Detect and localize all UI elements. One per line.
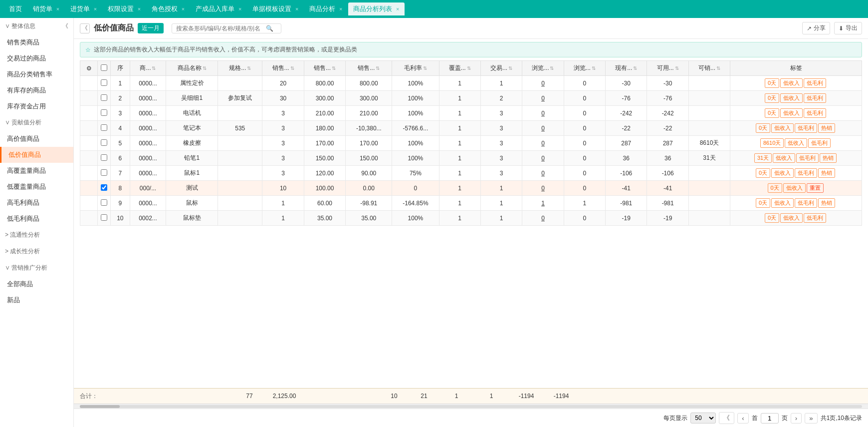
sidebar-group-growth[interactable]: > 成长性分析 (0, 243, 73, 260)
cell-checkbox (98, 106, 111, 121)
nav-purchase-order[interactable]: 进货单 × (65, 2, 102, 15)
row-checkbox[interactable] (101, 124, 107, 131)
cell-views1[interactable]: 0 (522, 76, 564, 91)
views-link[interactable]: 0 (541, 125, 545, 132)
nav-product-storage[interactable]: 产成品入库单 × (191, 2, 246, 15)
first-page-button[interactable]: 《 (719, 412, 734, 424)
cell-views1[interactable]: 0 (522, 166, 564, 181)
views-link[interactable]: 1 (541, 200, 545, 207)
close-icon[interactable]: × (94, 6, 97, 12)
views-link[interactable]: 0 (541, 110, 545, 117)
close-icon[interactable]: × (138, 6, 141, 12)
col-coverage[interactable]: 覆盖...⇅ (439, 61, 480, 76)
col-views2[interactable]: 浏览...⇅ (564, 61, 605, 76)
page-number-input[interactable] (761, 413, 779, 424)
close-icon[interactable]: × (295, 6, 298, 12)
sidebar-collapse-button[interactable]: 《 (80, 23, 90, 33)
select-all-checkbox[interactable] (101, 64, 107, 71)
share-button[interactable]: ↗ 分享 (802, 22, 830, 34)
col-views1[interactable]: 浏览...⇅ (522, 61, 564, 76)
col-transactions[interactable]: 交易...⇅ (480, 61, 522, 76)
col-code[interactable]: 商...⇅ (130, 61, 166, 76)
close-icon[interactable]: × (238, 6, 241, 12)
nav-sales-order[interactable]: 销货单 × (28, 2, 64, 15)
col-available[interactable]: 可用...⇅ (647, 61, 688, 76)
row-checkbox[interactable] (101, 79, 107, 86)
sidebar-item-high-coverage[interactable]: 高覆盖量商品 (0, 163, 73, 179)
nav-roles[interactable]: 角色授权 × (147, 2, 190, 15)
sidebar-item-high-value[interactable]: 高价值商品 (0, 131, 73, 147)
nav-template-settings[interactable]: 单据模板设置 × (247, 2, 303, 15)
sidebar-item-high-margin[interactable]: 高毛利商品 (0, 195, 73, 211)
cell-current-stock: 36 (606, 151, 647, 166)
sidebar-item-new-products[interactable]: 新品 (0, 292, 73, 308)
col-settings[interactable]: ⚙ (80, 61, 98, 76)
row-checkbox[interactable] (101, 169, 107, 176)
last-page-button[interactable]: » (805, 413, 817, 424)
close-icon[interactable]: × (339, 6, 342, 12)
sidebar-item-low-margin[interactable]: 低毛利商品 (0, 211, 73, 227)
row-checkbox[interactable] (101, 154, 107, 161)
sidebar-group-overall[interactable]: ∨ 整体信息 《 (0, 18, 73, 34)
close-icon[interactable]: × (396, 6, 399, 12)
cell-views1[interactable]: 0 (522, 136, 564, 151)
sidebar-group-circulation[interactable]: > 流通性分析 (0, 227, 73, 243)
next-page-button[interactable]: › (791, 413, 802, 424)
nav-home[interactable]: 首页 (4, 2, 27, 15)
views-link[interactable]: 0 (541, 140, 545, 147)
filter-tag-month[interactable]: 近一月 (138, 23, 164, 33)
views-link[interactable]: 0 (541, 185, 545, 192)
horizontal-scrollbar[interactable] (74, 404, 868, 409)
row-checkbox[interactable] (101, 184, 107, 191)
sidebar-group-contribution[interactable]: ∨ 贡献值分析 (0, 114, 73, 131)
sidebar-item-low-value[interactable]: 低价值商品 (0, 147, 73, 163)
prev-page-button[interactable]: ‹ (737, 413, 748, 424)
cell-views1[interactable]: 0 (522, 181, 564, 196)
cell-views1[interactable]: 0 (522, 91, 564, 106)
sidebar-item-sales-products[interactable]: 销售类商品 (0, 34, 73, 50)
table-header-row: ⚙ 序 商...⇅ 商品名称⇅ 规格...⇅ 销售...⇅ 销售...⇅ 销售.… (80, 61, 862, 76)
sidebar-item-stock-capital[interactable]: 库存资金占用 (0, 98, 73, 114)
per-page-select[interactable]: 50 100 200 (690, 413, 716, 424)
export-button[interactable]: ⬇ 导出 (834, 22, 862, 34)
scrollbar-thumb[interactable] (80, 405, 120, 408)
cell-views1[interactable]: 0 (522, 211, 564, 226)
nav-permissions[interactable]: 权限设置 × (103, 2, 146, 15)
sidebar-item-low-coverage[interactable]: 低覆盖量商品 (0, 179, 73, 195)
col-spec[interactable]: 规格...⇅ (218, 61, 262, 76)
cell-margin: 0 (392, 181, 439, 196)
table-row: 5 0000... 橡皮擦 3 170.00 170.00 100% 1 3 0… (80, 136, 862, 151)
cell-views1[interactable]: 0 (522, 121, 564, 136)
sidebar-item-stocked-products[interactable]: 有库存的商品 (0, 82, 73, 98)
col-saleable[interactable]: 可销...⇅ (688, 61, 730, 76)
sidebar-group-marketing[interactable]: ∨ 营销推广分析 (0, 260, 73, 276)
row-checkbox[interactable] (101, 109, 107, 116)
col-current-stock[interactable]: 现有...⇅ (606, 61, 647, 76)
row-checkbox[interactable] (101, 199, 107, 206)
row-checkbox[interactable] (101, 214, 107, 221)
nav-product-analysis[interactable]: 商品分析 × (304, 2, 347, 15)
search-input[interactable] (176, 25, 266, 32)
sidebar-item-category-sales-rate[interactable]: 商品分类销售率 (0, 66, 73, 82)
sidebar-item-all-products[interactable]: 全部商品 (0, 276, 73, 292)
views-link[interactable]: 0 (541, 155, 545, 162)
row-checkbox[interactable] (101, 139, 107, 146)
views-link[interactable]: 0 (541, 95, 545, 102)
views-link[interactable]: 0 (541, 170, 545, 177)
cell-views1[interactable]: 0 (522, 151, 564, 166)
views-link[interactable]: 0 (541, 215, 545, 222)
sidebar-item-traded-products[interactable]: 交易过的商品 (0, 50, 73, 66)
cell-views1[interactable]: 1 (522, 196, 564, 211)
views-link[interactable]: 0 (541, 80, 545, 87)
row-checkbox[interactable] (101, 94, 107, 101)
nav-product-analysis-list[interactable]: 商品分析列表 × (348, 2, 404, 15)
cell-views1[interactable]: 0 (522, 106, 564, 121)
col-sales-amount[interactable]: 销售...⇅ (346, 61, 392, 76)
col-sales-price[interactable]: 销售...⇅ (304, 61, 345, 76)
search-icon[interactable]: 🔍 (266, 25, 273, 32)
col-name[interactable]: 商品名称⇅ (166, 61, 218, 76)
col-margin[interactable]: 毛利率⇅ (392, 61, 439, 76)
close-icon[interactable]: × (56, 6, 59, 12)
close-icon[interactable]: × (182, 6, 185, 12)
col-sales-qty[interactable]: 销售...⇅ (262, 61, 304, 76)
